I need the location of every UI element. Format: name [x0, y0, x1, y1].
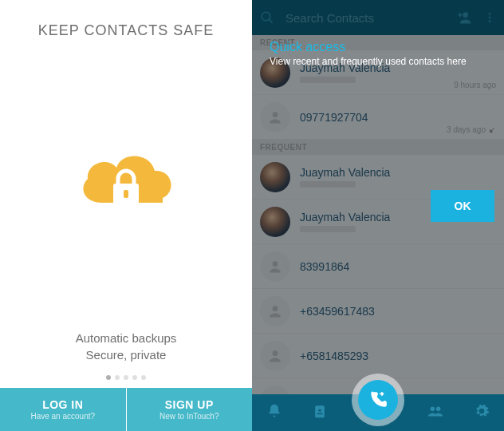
incoming-call-icon [488, 126, 496, 134]
svg-point-6 [489, 17, 491, 19]
cloud-lock-icon [70, 39, 182, 330]
section-frequent: FREQUENT [252, 140, 504, 155]
signup-button[interactable]: SIGN UP New to InTouch? [127, 388, 253, 431]
contacts-pane: Search Contacts RECENT Juaymah Valencia … [252, 0, 504, 431]
list-item[interactable]: 09771927704 3 days ago [252, 95, 504, 140]
contact-name: +63459617483 [300, 305, 375, 318]
svg-line-3 [269, 19, 273, 23]
bell-icon[interactable] [266, 403, 282, 422]
contact-name: +6581485293 [300, 350, 368, 362]
onboarding-title: KEEP CONTACTS SAFE [38, 22, 214, 39]
ok-button[interactable]: OK [431, 190, 494, 222]
avatar [260, 102, 290, 132]
avatar [260, 341, 290, 371]
time-meta: 9 hours ago [454, 81, 496, 89]
overflow-menu-icon[interactable] [483, 11, 496, 24]
search-bar: Search Contacts [252, 0, 504, 35]
contact-name: 09771927704 [300, 111, 368, 124]
onboarding-subtitle: Automatic backups Secure, private [76, 330, 177, 365]
avatar [260, 251, 290, 282]
contact-name: Juaymah Valencia [300, 211, 390, 223]
add-contact-icon[interactable] [456, 10, 472, 26]
svg-point-4 [463, 12, 468, 18]
search-icon[interactable] [260, 10, 274, 25]
svg-point-14 [319, 409, 321, 412]
svg-point-9 [273, 261, 278, 267]
list-item[interactable]: 83991864 [252, 244, 504, 289]
svg-point-17 [436, 407, 441, 412]
svg-point-11 [273, 350, 278, 356]
svg-point-8 [273, 112, 278, 117]
list-item[interactable]: +6581485293 [252, 334, 504, 378]
dial-fab[interactable] [352, 374, 404, 426]
onboarding-pane: KEEP CONTACTS SAFE Automatic backups Sec… [0, 0, 252, 431]
contact-name: Juaymah Valencia [300, 166, 390, 179]
blurred-number [300, 77, 356, 83]
page-indicator [106, 375, 146, 380]
search-input[interactable]: Search Contacts [285, 11, 445, 25]
svg-point-5 [489, 13, 491, 15]
coach-tooltip: Quick access View recent and frequently … [270, 40, 467, 67]
people-icon[interactable] [427, 402, 444, 423]
contact-name: 83991864 [300, 260, 349, 273]
gear-icon[interactable] [474, 403, 490, 422]
dial-icon [358, 380, 398, 420]
avatar [260, 207, 290, 237]
time-meta: 3 days ago [447, 125, 496, 134]
avatar [260, 162, 290, 192]
contact-list[interactable]: RECENT Juaymah Valencia 9 hours ago 0977… [252, 35, 504, 431]
svg-rect-1 [124, 190, 128, 198]
avatar [260, 296, 290, 326]
blurred-number [300, 181, 356, 188]
svg-point-16 [430, 407, 435, 412]
badge-icon[interactable] [312, 403, 328, 422]
svg-rect-15 [317, 413, 323, 415]
blurred-number [300, 226, 356, 232]
list-item[interactable]: +63459617483 [252, 289, 504, 334]
login-button[interactable]: LOG IN Have an account? [0, 388, 126, 431]
svg-point-10 [273, 306, 278, 311]
svg-point-7 [489, 20, 491, 22]
svg-point-2 [262, 12, 270, 21]
